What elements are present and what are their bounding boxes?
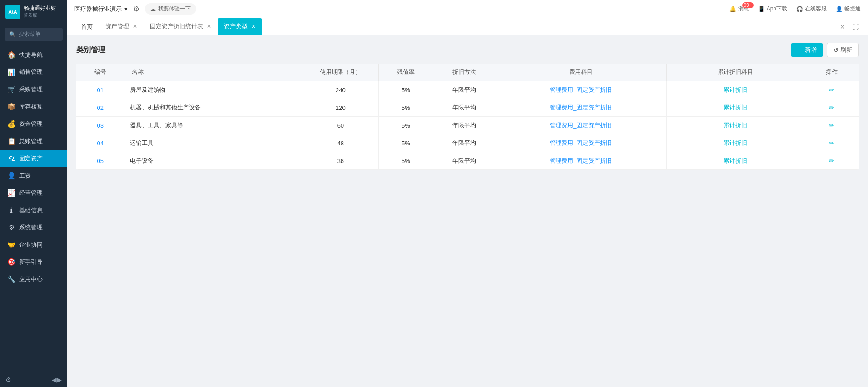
sidebar-item-quick-nav[interactable]: 🏠 快捷导航: [0, 46, 67, 64]
cell-months: 60: [303, 117, 378, 134]
sidebar: AtA 畅捷通好业财 普及版 🔍 搜索菜单 🏠 快捷导航 📊 销售管理 🛒 采购…: [0, 0, 67, 387]
sidebar-item-basic-info[interactable]: ℹ 基础信息: [0, 202, 67, 219]
cell-accumulated: 累计折旧: [667, 81, 804, 99]
cell-accumulated: 累计折旧: [667, 117, 804, 134]
edit-icon[interactable]: ✏: [829, 139, 834, 147]
table-body: 01 房屋及建筑物 240 5% 年限平均 管理费用_固定资产折旧 累计折旧 ✏…: [76, 81, 859, 170]
search-menu-label: 搜索菜单: [19, 30, 40, 38]
ledger-icon: 📋: [7, 137, 15, 145]
sidebar-item-payroll[interactable]: 👤 工资: [0, 167, 67, 184]
system-icon: ⚙: [7, 223, 15, 232]
sidebar-item-operations[interactable]: 📈 经营管理: [0, 184, 67, 202]
tab-home[interactable]: 首页: [74, 18, 99, 35]
basic-info-icon: ℹ: [7, 206, 15, 214]
customer-service-button[interactable]: 🎧 在线客服: [796, 5, 827, 13]
sales-icon: 📊: [7, 68, 15, 76]
table-row: 05 电子设备 36 5% 年限平均 管理费用_固定资产折旧 累计折旧 ✏: [76, 152, 859, 170]
cell-action: ✏: [804, 81, 859, 99]
cell-residual: 5%: [378, 99, 433, 117]
sidebar-item-label: 系统管理: [19, 223, 43, 232]
col-header-months: 使用期限（月）: [303, 64, 378, 81]
topbar-left: 医疗器械行业演示 ▾ ⚙ ☁ 我要体验一下: [74, 3, 196, 15]
cloud-icon: ☁: [150, 6, 156, 12]
sidebar-item-ledger[interactable]: 📋 总账管理: [0, 133, 67, 150]
tab-asset-mgmt[interactable]: 资产管理 ✕: [99, 18, 144, 35]
edit-icon[interactable]: ✏: [829, 104, 834, 111]
close-tab-icon[interactable]: ✕: [838, 21, 847, 32]
edit-icon[interactable]: ✏: [829, 86, 834, 94]
topbar-settings-icon[interactable]: ⚙: [133, 5, 139, 13]
customer-service-label: 在线客服: [805, 5, 827, 13]
edit-icon[interactable]: ✏: [829, 157, 834, 164]
tab-depreciation[interactable]: 固定资产折旧统计表 ✕: [144, 18, 218, 35]
refresh-icon: ↺: [833, 47, 838, 54]
tab-close-icon[interactable]: ✕: [207, 23, 211, 30]
cell-method: 年限平均: [433, 81, 495, 99]
sidebar-item-purchase[interactable]: 🛒 采购管理: [0, 81, 67, 98]
sidebar-item-label: 库存核算: [19, 103, 43, 111]
sidebar-item-finance[interactable]: 💰 资金管理: [0, 115, 67, 133]
cell-action: ✏: [804, 152, 859, 170]
tab-close-icon[interactable]: ✕: [251, 23, 256, 30]
tab-close-icon[interactable]: ✕: [133, 23, 137, 30]
refresh-button[interactable]: ↺ 刷新: [827, 43, 859, 57]
content-area: 类别管理 ＋ 新增 ↺ 刷新 编号 名称 使用期限（月）: [67, 35, 868, 387]
user-avatar-button[interactable]: 👤 畅捷通: [836, 5, 861, 13]
tab-right-icons: ✕ ⛶: [838, 21, 861, 32]
new-button[interactable]: ＋ 新增: [791, 43, 823, 57]
logo-icon: AtA: [5, 5, 20, 19]
col-header-accumulated: 累计折旧科目: [667, 64, 804, 81]
cell-residual: 5%: [378, 81, 433, 99]
finance-icon: 💰: [7, 120, 15, 128]
tab-depreciation-label: 固定资产折旧统计表: [150, 22, 203, 30]
app-download-button[interactable]: 📱 App下载: [758, 5, 787, 13]
cell-months: 240: [303, 81, 378, 99]
sidebar-item-label: 资金管理: [19, 120, 43, 128]
experience-button[interactable]: ☁ 我要体验一下: [145, 3, 196, 15]
settings-icon[interactable]: ⚙: [5, 376, 11, 383]
topbar: 医疗器械行业演示 ▾ ⚙ ☁ 我要体验一下 🔔 消息 99+ 📱 App下载: [67, 0, 868, 18]
cell-method: 年限平均: [433, 99, 495, 117]
sidebar-item-label: 工资: [19, 172, 31, 180]
expand-icon[interactable]: ⛶: [851, 21, 861, 32]
cell-residual: 5%: [378, 134, 433, 152]
cell-expense: 管理费用_固定资产折旧: [495, 99, 667, 117]
sidebar-nav: 🏠 快捷导航 📊 销售管理 🛒 采购管理 📦 库存核算 💰 资金管理 📋 总账管…: [0, 45, 67, 372]
tabbar: 首页 资产管理 ✕ 固定资产折旧统计表 ✕ 资产类型 ✕ ✕ ⛶: [67, 18, 868, 35]
main-area: 医疗器械行业演示 ▾ ⚙ ☁ 我要体验一下 🔔 消息 99+ 📱 App下载: [67, 0, 868, 387]
col-header-method: 折旧方法: [433, 64, 495, 81]
cell-name: 房屋及建筑物: [124, 81, 303, 99]
topbar-right: 🔔 消息 99+ 📱 App下载 🎧 在线客服 👤 畅捷通: [729, 5, 861, 13]
notifications-button[interactable]: 🔔 消息 99+: [729, 5, 749, 13]
sidebar-item-inventory[interactable]: 📦 库存核算: [0, 98, 67, 115]
sidebar-item-label: 基础信息: [19, 206, 43, 214]
content-actions: ＋ 新增 ↺ 刷新: [791, 43, 859, 57]
company-selector[interactable]: 医疗器械行业演示 ▾: [74, 5, 128, 13]
cell-name: 电子设备: [124, 152, 303, 170]
sidebar-item-fixed-assets[interactable]: 🏗 固定资产: [0, 150, 67, 167]
sidebar-item-sales[interactable]: 📊 销售管理: [0, 64, 67, 81]
col-header-action: 操作: [804, 64, 859, 81]
refresh-button-label: 刷新: [840, 46, 852, 54]
sidebar-item-enterprise[interactable]: 🤝 企业协同: [0, 236, 67, 253]
chevron-down-icon: ▾: [124, 5, 128, 12]
sidebar-item-label: 固定资产: [19, 154, 43, 163]
payroll-icon: 👤: [7, 172, 15, 180]
cell-action: ✏: [804, 117, 859, 134]
sidebar-item-app-center[interactable]: 🔧 应用中心: [0, 271, 67, 288]
content-header: 类别管理 ＋ 新增 ↺ 刷新: [76, 43, 859, 57]
operations-icon: 📈: [7, 189, 15, 197]
data-table-wrap: 编号 名称 使用期限（月） 残值率 折旧方法 费用科目 累计折旧科目 操作 01…: [76, 64, 859, 170]
tab-asset-type[interactable]: 资产类型 ✕: [218, 18, 262, 35]
search-icon: 🔍: [9, 31, 16, 38]
edit-icon[interactable]: ✏: [829, 122, 834, 129]
collapse-icon[interactable]: ◀▶: [52, 376, 62, 383]
table-header-row: 编号 名称 使用期限（月） 残值率 折旧方法 费用科目 累计折旧科目 操作: [76, 64, 859, 81]
sidebar-item-guide[interactable]: 🎯 新手引导: [0, 253, 67, 271]
plus-icon: ＋: [797, 46, 803, 54]
sidebar-item-system[interactable]: ⚙ 系统管理: [0, 219, 67, 236]
tab-asset-type-label: 资产类型: [224, 22, 248, 30]
search-menu-button[interactable]: 🔍 搜索菜单: [5, 28, 63, 41]
table-row: 01 房屋及建筑物 240 5% 年限平均 管理费用_固定资产折旧 累计折旧 ✏: [76, 81, 859, 99]
cell-id: 04: [76, 134, 124, 152]
